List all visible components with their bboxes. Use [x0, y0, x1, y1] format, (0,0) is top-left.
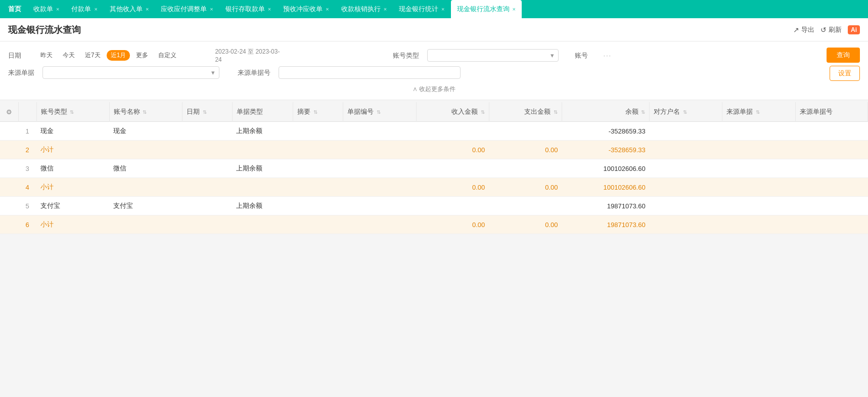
table-settings-icon[interactable]: ⚙ [6, 108, 12, 116]
table-cell [293, 159, 343, 178]
col-source-doc: 来源单据 ⇅ [722, 102, 795, 122]
table-row: 4小计0.000.00100102606.60 [0, 178, 868, 197]
refresh-icon: ↺ [820, 26, 827, 34]
nav-item-advance-offset[interactable]: 预收冲应收单 × [277, 0, 335, 18]
col-summary: 摘要 ⇅ [293, 102, 343, 122]
col-expense: 支出金额 ⇅ [489, 102, 562, 122]
sort-icon[interactable]: ⇅ [203, 109, 207, 115]
close-icon[interactable]: × [384, 6, 387, 12]
nav-item-ar-ap-adjust[interactable]: 应收应付调整单 × [155, 0, 219, 18]
sort-icon[interactable]: ⇅ [683, 109, 687, 115]
sort-icon[interactable]: ⇅ [756, 109, 760, 115]
source-doc-num-input[interactable] [279, 66, 461, 79]
table-cell [795, 215, 867, 234]
close-icon[interactable]: × [441, 6, 444, 12]
col-doc-type: 单据类型 [232, 102, 293, 122]
collapse-icon: ∧ [413, 85, 418, 93]
query-button[interactable]: 查询 [827, 48, 860, 63]
sort-icon[interactable]: ⇅ [554, 109, 558, 115]
table-cell: 小计 [36, 141, 109, 159]
table-cell [0, 178, 18, 197]
table-cell [343, 159, 416, 178]
close-icon[interactable]: × [94, 6, 97, 12]
table-cell [343, 178, 416, 197]
account-type-select[interactable]: ▾ [427, 49, 559, 62]
date-btn-7days[interactable]: 近7天 [81, 50, 105, 61]
table-cell [416, 197, 489, 215]
filter-right-buttons: 查询 设置 [818, 48, 860, 81]
ai-button[interactable]: Ai [848, 25, 860, 34]
date-btn-custom[interactable]: 自定义 [154, 50, 180, 61]
table-cell [722, 141, 795, 159]
close-icon[interactable]: × [326, 6, 329, 12]
sort-icon[interactable]: ⇅ [641, 109, 645, 115]
table-cell [293, 141, 343, 159]
table-cell [182, 197, 233, 215]
sort-icon[interactable]: ⇅ [481, 109, 485, 115]
table-cell: 0.00 [416, 141, 489, 159]
nav-item-cash-flow[interactable]: 现金银行流水查询 × [451, 0, 522, 18]
date-options: 昨天 今天 近7天 近1月 更多 自定义 [36, 50, 180, 61]
export-icon: ↗ [793, 26, 799, 34]
table-row: 6小计0.000.0019871073.60 [0, 215, 868, 234]
nav-item-home[interactable]: 首页 [2, 0, 27, 18]
close-icon[interactable]: × [513, 6, 516, 12]
table-cell: 上期余额 [232, 122, 293, 141]
table-cell [293, 122, 343, 141]
sort-icon[interactable]: ⇅ [377, 109, 381, 115]
table-cell [109, 178, 182, 197]
table-cell [489, 159, 562, 178]
table-cell [293, 178, 343, 197]
table-cell [0, 215, 18, 234]
account-label: 账号 [575, 51, 595, 60]
table-cell [795, 159, 867, 178]
col-balance: 余额 ⇅ [562, 102, 650, 122]
nav-item-other-income[interactable]: 其他收入单 × [104, 0, 155, 18]
nav-item-payment[interactable]: 付款单 × [65, 0, 103, 18]
table-cell: 19871073.60 [562, 215, 650, 234]
table-cell [343, 122, 416, 141]
date-btn-1month[interactable]: 近1月 [107, 50, 130, 61]
date-btn-today[interactable]: 今天 [59, 50, 79, 61]
account-more-button[interactable]: ··· [603, 52, 612, 59]
table-cell: 2 [18, 141, 36, 159]
close-icon[interactable]: × [268, 6, 271, 12]
sort-icon[interactable]: ⇅ [70, 109, 74, 115]
table-cell [0, 197, 18, 215]
table-cell [795, 122, 867, 141]
table-row: 5支付宝支付宝上期余额19871073.60 [0, 197, 868, 215]
close-icon[interactable]: × [210, 6, 213, 12]
nav-item-write-off[interactable]: 收款核销执行 × [335, 0, 393, 18]
close-icon[interactable]: × [56, 6, 59, 12]
table-cell [650, 159, 722, 178]
refresh-button[interactable]: ↺ 刷新 [820, 25, 842, 34]
table-cell [722, 122, 795, 141]
date-btn-yesterday[interactable]: 昨天 [36, 50, 57, 61]
nav-item-bank-deposit[interactable]: 银行存取款单 × [219, 0, 277, 18]
table-cell: -3528659.33 [562, 122, 650, 141]
data-table: ⚙ 账号类型 ⇅ 账号名称 ⇅ 日期 ⇅ 单据类型 [0, 102, 868, 234]
table-cell [182, 215, 233, 234]
table-cell [722, 178, 795, 197]
table-cell [489, 197, 562, 215]
nav-item-cash-stat[interactable]: 现金银行统计 × [393, 0, 450, 18]
sort-icon[interactable]: ⇅ [313, 109, 317, 115]
table-cell: 100102606.60 [562, 159, 650, 178]
table-cell: 3 [18, 159, 36, 178]
source-doc-select[interactable]: ▾ [42, 66, 219, 79]
sort-icon[interactable]: ⇅ [143, 109, 147, 115]
table-cell [489, 122, 562, 141]
table-cell [109, 215, 182, 234]
collapse-bar[interactable]: ∧ 收起更多条件 [8, 83, 860, 96]
table-cell [650, 197, 722, 215]
date-btn-more[interactable]: 更多 [132, 50, 152, 61]
nav-item-receipt[interactable]: 收款单 × [27, 0, 65, 18]
table-cell [722, 215, 795, 234]
table-cell [416, 159, 489, 178]
export-button[interactable]: ↗ 导出 [793, 25, 814, 34]
table-cell [650, 141, 722, 159]
table-cell [182, 159, 233, 178]
table-cell [293, 197, 343, 215]
settings-button[interactable]: 设置 [830, 66, 860, 81]
close-icon[interactable]: × [146, 6, 149, 12]
